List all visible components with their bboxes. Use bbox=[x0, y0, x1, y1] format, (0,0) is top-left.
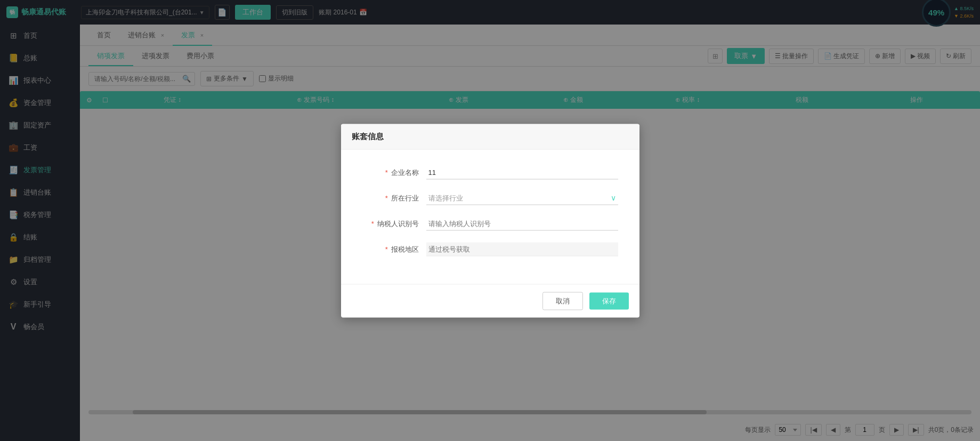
industry-select-wrap: 请选择行业 ∨ bbox=[426, 191, 618, 205]
save-button[interactable]: 保存 bbox=[589, 292, 629, 309]
company-name-input[interactable] bbox=[426, 165, 618, 179]
tax-region-label: * 报税地区 bbox=[362, 244, 426, 254]
cancel-button[interactable]: 取消 bbox=[542, 292, 583, 310]
form-row-industry: * 所在行业 请选择行业 ∨ bbox=[362, 191, 618, 205]
form-row-company: * 企业名称 bbox=[362, 165, 618, 179]
tax-id-input[interactable] bbox=[426, 217, 618, 230]
form-row-tax-id: * 纳税人识别号 bbox=[362, 217, 618, 230]
account-info-dialog: 账套信息 * 企业名称 * 所在行业 请选择行业 ∨ bbox=[341, 124, 639, 317]
company-name-label: * 企业名称 bbox=[362, 167, 426, 177]
industry-label: * 所在行业 bbox=[362, 193, 426, 203]
tax-id-label: * 纳税人识别号 bbox=[362, 219, 426, 228]
form-row-tax-region: * 报税地区 bbox=[362, 242, 618, 256]
dialog-title: 账套信息 bbox=[341, 124, 639, 149]
tax-region-input bbox=[426, 242, 618, 256]
dialog-body: * 企业名称 * 所在行业 请选择行业 ∨ * 纳税人识别号 bbox=[341, 149, 639, 284]
industry-select[interactable]: 请选择行业 bbox=[426, 191, 618, 204]
dialog-footer: 取消 保存 bbox=[341, 284, 639, 317]
